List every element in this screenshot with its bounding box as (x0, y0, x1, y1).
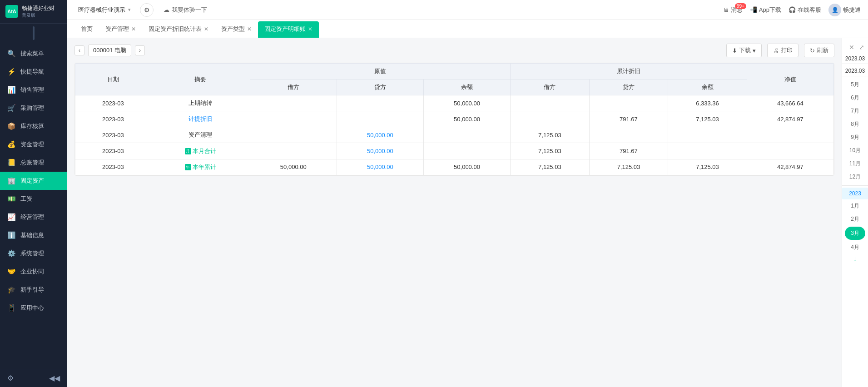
cell-acc-balance: 7,125.03 (668, 159, 747, 175)
cell-desc: 年本年累计 (151, 159, 250, 175)
sidebar-scroll-handle (33, 26, 35, 40)
close-icon[interactable]: ✕ (204, 26, 208, 32)
month-item[interactable]: 8月 (848, 118, 862, 131)
close-icon[interactable]: ✕ (131, 26, 136, 32)
prev-asset-button[interactable]: ‹ (74, 45, 84, 55)
sidebar-nav: 🔍 搜索菜单 ⚡ 快捷导航 📊 销售管理 🛒 采购管理 📦 库存核算 💰 资金管… (0, 43, 67, 369)
cell-desc[interactable]: 计提折旧 (151, 111, 250, 127)
download-button[interactable]: ⬇ 下载 ▾ (726, 44, 762, 57)
sidebar-item-label: 搜索菜单 (20, 50, 44, 58)
month-item[interactable]: 9月 (848, 131, 862, 144)
month-item[interactable]: 11月 (848, 157, 862, 170)
sidebar-item-operations[interactable]: 📈 经营管理 (0, 208, 67, 226)
tab-home[interactable]: 首页 (74, 21, 99, 38)
table-row: 2023-03 资产清理 50,000.00 7,125.03 (75, 127, 834, 143)
tab-fixed-asset-ledger[interactable]: 固定资产明细账 ✕ (258, 21, 319, 38)
sidebar-item-payroll[interactable]: 💵 工资 (0, 190, 67, 208)
panel-year-header2: 2023.03 (842, 66, 868, 76)
cart-icon: 🛒 (7, 104, 16, 112)
sidebar-item-app-center[interactable]: 📱 应用中心 (0, 299, 67, 317)
handshake-icon: 🤝 (7, 268, 16, 276)
flash-icon: ⚡ (7, 68, 16, 76)
month-item[interactable]: 10月 (848, 144, 862, 157)
sidebar-item-inventory[interactable]: 📦 库存核算 (0, 117, 67, 135)
messages-button[interactable]: 🖥 消息 99+ (723, 6, 743, 14)
month-item[interactable]: 4月 (842, 241, 868, 254)
username: 畅捷通 (843, 6, 861, 14)
sidebar-item-funds[interactable]: 💰 资金管理 (0, 135, 67, 154)
month-item[interactable]: 6月 (848, 91, 862, 104)
sidebar-item-fixed-assets[interactable]: 🏢 固定资产 (0, 172, 67, 190)
customer-service-button[interactable]: 🎧 在线客服 (789, 6, 821, 14)
experience-button[interactable]: ☁ 我要体验一下 (159, 4, 212, 16)
refresh-label: 刷新 (817, 46, 828, 55)
phone-icon: 📱 (7, 304, 16, 312)
sidebar-item-search[interactable]: 🔍 搜索菜单 (0, 45, 67, 63)
col-acc-debit: 借方 (511, 79, 590, 95)
tab-label: 资产管理 (105, 25, 129, 33)
tab-asset-management[interactable]: 资产管理 ✕ (99, 21, 142, 38)
panel-months-prev: 5月6月7月8月9月10月11月12月 (848, 78, 862, 184)
cell-acc-credit: 791.67 (589, 143, 668, 159)
settings-footer-icon[interactable]: ⚙ (7, 374, 14, 382)
cell-yuan-balance: 50,000.00 (423, 159, 510, 175)
box-icon: 📦 (7, 122, 16, 130)
cell-net-value: 42,874.97 (747, 111, 833, 127)
close-icon[interactable]: ✕ (247, 26, 252, 32)
next-asset-button[interactable]: › (135, 45, 145, 55)
month-item[interactable]: 12月 (848, 170, 862, 184)
cloud-icon: ☁ (164, 6, 169, 13)
panel-year-section: 2023 1月2月3月4月 (842, 185, 868, 254)
company-selector[interactable]: 医疗器械行业演示 ▾ (74, 4, 134, 16)
panel-close-button[interactable]: ✕ (847, 42, 856, 53)
month-item[interactable]: 3月 (845, 227, 865, 240)
cell-yuan-debit: 50,000.00 (250, 159, 337, 175)
main-content: ‹ 000001 电脑 › ⬇ 下载 ▾ 🖨 打印 (67, 38, 842, 387)
cell-date: 2023-03 (75, 143, 151, 159)
sidebar-item-label: 固定资产 (20, 177, 44, 185)
cell-yuan-credit (337, 111, 423, 127)
app-download-label: App下载 (759, 6, 781, 14)
sidebar-item-ledger[interactable]: 📒 总账管理 (0, 154, 67, 172)
panel-expand-button[interactable]: ⤢ (857, 42, 866, 53)
next-icon: › (139, 47, 141, 54)
table-row: 2023-03 年本年累计 50,000.00 50,000.00 50,000… (75, 159, 834, 175)
scroll-down-arrow[interactable]: ↓ (851, 254, 860, 263)
sidebar-item-basic-info[interactable]: ℹ️ 基础信息 (0, 226, 67, 244)
trending-icon: 📈 (7, 213, 16, 221)
month-item[interactable]: 7月 (848, 104, 862, 118)
close-icon[interactable]: ✕ (308, 26, 312, 32)
user-profile[interactable]: 👤 畅捷通 (828, 4, 861, 16)
tabs-bar: 首页 资产管理 ✕ 固定资产折旧统计表 ✕ 资产类型 ✕ 固定资产明细账 ✕ (67, 20, 868, 38)
ledger-table: 日期 摘要 原值 累计折旧 净值 借方 贷方 余额 借方 贷方 余额 (75, 63, 834, 175)
month-item[interactable]: 1月 (842, 199, 868, 213)
cell-acc-credit (589, 127, 668, 143)
sidebar-item-guide[interactable]: 🎓 新手引导 (0, 281, 67, 299)
tab-depreciation-stats[interactable]: 固定资产折旧统计表 ✕ (142, 21, 215, 38)
content-toolbar: ‹ 000001 电脑 › ⬇ 下载 ▾ 🖨 打印 (74, 44, 834, 57)
graduate-icon: 🎓 (7, 286, 16, 294)
app-download-button[interactable]: 📲 App下载 (750, 6, 781, 14)
sidebar-item-purchase[interactable]: 🛒 采购管理 (0, 99, 67, 117)
month-item[interactable]: 5月 (848, 78, 862, 91)
cell-yuan-credit (337, 95, 423, 111)
month-item[interactable]: 2月 (842, 213, 868, 226)
cell-acc-debit (511, 111, 590, 127)
avatar: 👤 (828, 4, 841, 16)
logo-text-block: 畅捷通好业财 普及版 (22, 5, 55, 19)
year-label: 2023 (842, 188, 868, 199)
customer-service-label: 在线客服 (798, 6, 821, 14)
col-yuan-debit: 借方 (250, 79, 337, 95)
sidebar-item-sales[interactable]: 📊 销售管理 (0, 81, 67, 99)
sidebar-item-system[interactable]: ⚙️ 系统管理 (0, 244, 67, 263)
sidebar-item-quicknav[interactable]: ⚡ 快捷导航 (0, 63, 67, 81)
company-settings-button[interactable]: ⚙ (140, 3, 154, 17)
building-icon: 🏢 (7, 177, 16, 185)
info-icon: ℹ️ (7, 231, 16, 239)
asset-code-display: 000001 电脑 (88, 45, 131, 56)
tab-asset-type[interactable]: 资产类型 ✕ (215, 21, 258, 38)
print-button[interactable]: 🖨 打印 (767, 44, 799, 57)
sidebar-item-cooperation[interactable]: 🤝 企业协同 (0, 263, 67, 281)
refresh-button[interactable]: ↻ 刷新 (804, 44, 834, 57)
collapse-icon[interactable]: ◀◀ (49, 374, 60, 382)
